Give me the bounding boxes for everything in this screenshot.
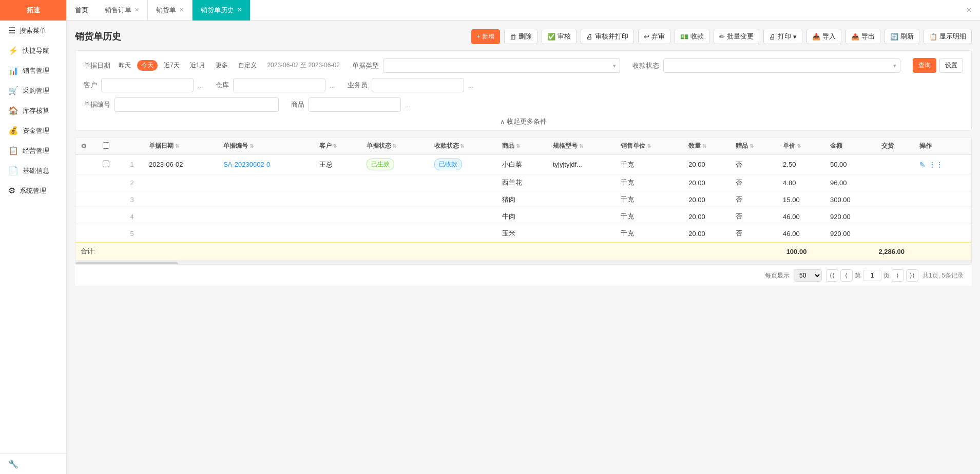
- sidebar-settings[interactable]: 🔧: [0, 454, 66, 474]
- th-gift[interactable]: 赠品: [731, 137, 778, 155]
- row-checkbox[interactable]: [103, 161, 109, 167]
- th-doc-no[interactable]: 单据编号: [218, 137, 314, 155]
- row-checkbox-cell[interactable]: [92, 191, 120, 208]
- sidebar-item-purchase-mgmt[interactable]: 🛒 采购管理: [0, 81, 66, 101]
- cell-quantity: 20.00: [683, 208, 731, 225]
- th-sales-unit[interactable]: 销售单位: [616, 137, 683, 155]
- gear-th[interactable]: ⚙: [75, 137, 92, 155]
- delete-button[interactable]: 🗑 删除: [504, 29, 537, 44]
- select-all-th[interactable]: [92, 137, 120, 155]
- table-row: 2西兰花千克20.00否4.8096.00: [75, 174, 971, 191]
- date-tag-7days[interactable]: 近7天: [160, 60, 184, 71]
- doc-type-select[interactable]: [383, 58, 620, 73]
- collapse-button[interactable]: ∧ 收起更多条件: [500, 117, 547, 126]
- row-checkbox-cell[interactable]: [92, 155, 120, 174]
- window-close-button[interactable]: ✕: [958, 0, 980, 21]
- edit-icon[interactable]: ✎: [919, 161, 926, 169]
- cell-gift: 否: [731, 225, 778, 242]
- data-table-container: ⚙ 单据日期 单据编号 客户 单据状态 收款状态 商品 规格型号 销售单位 数量…: [75, 137, 972, 265]
- customer-input[interactable]: [101, 78, 194, 92]
- purchase-mgmt-icon: 🛒: [8, 86, 18, 95]
- th-payment-status[interactable]: 收款状态: [429, 137, 497, 155]
- page-input[interactable]: [863, 270, 881, 281]
- tab-sales-history[interactable]: 销货单历史 ✕: [193, 0, 251, 21]
- sidebar-item-fund-mgmt[interactable]: 💰 资金管理: [0, 121, 66, 141]
- sidebar-item-inventory-calc[interactable]: 🏠 库存核算: [0, 101, 66, 121]
- tab-home[interactable]: 首页: [67, 0, 97, 21]
- sales-mgmt-icon: 📊: [8, 66, 18, 75]
- th-doc-date[interactable]: 单据日期: [144, 137, 218, 155]
- collect-button[interactable]: 💵 收款: [675, 29, 709, 44]
- cell-goods: 小白菜: [497, 155, 548, 174]
- goods-input[interactable]: [309, 97, 401, 112]
- sidebar-item-base-info[interactable]: 📄 基础信息: [0, 161, 66, 181]
- payment-status-select[interactable]: [663, 58, 900, 73]
- first-page-button[interactable]: ⟨⟨: [826, 269, 838, 282]
- th-customer[interactable]: 客户: [314, 137, 361, 155]
- th-spec[interactable]: 规格型号: [548, 137, 616, 155]
- date-tag-1month[interactable]: 近1月: [186, 60, 210, 71]
- filter-customer: 客户 ...: [84, 78, 203, 92]
- th-goods[interactable]: 商品: [497, 137, 548, 155]
- approve-button[interactable]: ✅ 审核: [542, 29, 577, 44]
- table-scroll-bar-thumb[interactable]: [75, 262, 178, 264]
- sidebar-item-label: 搜索菜单: [20, 26, 46, 35]
- more-icon[interactable]: ⋮⋮: [929, 161, 943, 169]
- doc-no-link[interactable]: SA-20230602-0: [223, 161, 270, 168]
- sidebar-item-quick-nav[interactable]: ⚡ 快捷导航: [0, 41, 66, 61]
- th-unit-price[interactable]: 单价: [778, 137, 825, 155]
- settings-button[interactable]: 设置: [939, 58, 963, 73]
- salesperson-input[interactable]: [372, 78, 464, 92]
- query-button[interactable]: 查询: [913, 58, 936, 73]
- date-tag-today[interactable]: 今天: [137, 60, 158, 71]
- import-button[interactable]: 📥 导入: [806, 29, 841, 44]
- cell-spec: [548, 208, 616, 225]
- batch-change-button[interactable]: ✏ 批量变更: [714, 29, 759, 44]
- customer-ellipsis[interactable]: ...: [198, 82, 203, 89]
- page-size-select[interactable]: 20 50 100: [794, 269, 822, 282]
- sidebar-item-search-menu[interactable]: ☰ 搜索菜单: [0, 21, 66, 41]
- tab-close-sales-order[interactable]: ✕: [134, 7, 139, 13]
- select-all-checkbox[interactable]: [103, 142, 109, 149]
- abandon-button[interactable]: ↩ 弃审: [638, 29, 670, 44]
- sidebar-item-sys-mgmt[interactable]: ⚙ 系统管理: [0, 181, 66, 201]
- cell-doc-no: [218, 208, 314, 225]
- import-icon: 📥: [812, 33, 820, 41]
- table-row: 4牛肉千克20.00否46.00920.00: [75, 208, 971, 225]
- date-tag-yesterday[interactable]: 昨天: [114, 60, 135, 71]
- prev-page-button[interactable]: ⟨: [840, 269, 853, 282]
- row-checkbox-cell[interactable]: [92, 225, 120, 242]
- print-button[interactable]: 🖨 打印 ▾: [763, 29, 802, 44]
- sidebar-item-ops-mgmt[interactable]: 📋 经营管理: [0, 141, 66, 161]
- export-button[interactable]: 📤 导出: [846, 29, 880, 44]
- doc-no-input[interactable]: [114, 97, 279, 112]
- th-doc-status[interactable]: 单据状态: [361, 137, 429, 155]
- date-tag-more[interactable]: 更多: [212, 60, 232, 71]
- row-checkbox-cell[interactable]: [92, 208, 120, 225]
- sidebar-item-label: 快捷导航: [23, 46, 49, 55]
- warehouse-label: 仓库: [216, 81, 229, 90]
- display-detail-button[interactable]: 📋 显示明细: [924, 29, 972, 44]
- goods-ellipsis[interactable]: ...: [405, 101, 411, 109]
- table-scroll-bar[interactable]: [75, 260, 971, 264]
- toolbar: + 新增 🗑 删除 ✅ 审核 🖨 审核并打印 ↩ 弃审: [471, 29, 972, 44]
- warehouse-ellipsis[interactable]: ...: [330, 82, 335, 89]
- sidebar-item-sales-mgmt[interactable]: 📊 销售管理: [0, 61, 66, 81]
- approve-print-button[interactable]: 🖨 审核并打印: [581, 29, 634, 44]
- tab-sales-order[interactable]: 销售订单 ✕: [97, 0, 148, 21]
- tab-close-sales-history[interactable]: ✕: [237, 7, 242, 13]
- tab-sales-delivery[interactable]: 销货单 ✕: [148, 0, 193, 21]
- action-cell: [914, 225, 971, 242]
- row-checkbox-cell[interactable]: [92, 174, 120, 191]
- th-quantity[interactable]: 数量: [683, 137, 731, 155]
- tab-close-sales-delivery[interactable]: ✕: [179, 7, 184, 13]
- new-button[interactable]: + 新增: [471, 29, 500, 44]
- warehouse-input[interactable]: [233, 78, 325, 92]
- last-page-button[interactable]: ⟩⟩: [906, 269, 918, 282]
- refresh-button[interactable]: 🔄 刷新: [885, 29, 919, 44]
- salesperson-ellipsis[interactable]: ...: [468, 82, 474, 89]
- cell-gift: 否: [731, 174, 778, 191]
- date-tag-custom[interactable]: 自定义: [234, 60, 261, 71]
- collapse-up-icon: ∧: [500, 118, 505, 126]
- next-page-button[interactable]: ⟩: [892, 269, 904, 282]
